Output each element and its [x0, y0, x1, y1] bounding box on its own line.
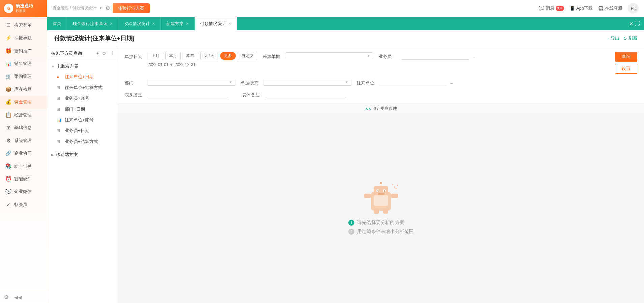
sidebar-item-hardware[interactable]: ⏰ 智能硬件 [0, 173, 47, 185]
app-download-group[interactable]: 📱 App下载 [569, 5, 593, 11]
export-button[interactable]: ↑ 导出 [607, 35, 620, 41]
panel-collapse-icon[interactable]: 《 [109, 50, 114, 56]
sidebar-item-operation[interactable]: 📋 经营管理 [0, 109, 47, 121]
refresh-icon: ↻ [623, 36, 627, 41]
scheme-item-icon: ⊞ [57, 139, 62, 144]
staff-ellipsis-icon[interactable]: ... [472, 53, 475, 58]
unit-ellipsis-icon[interactable]: ... [450, 80, 453, 85]
sidebar-item-label: 系统管理 [14, 138, 32, 144]
panel-add-icon[interactable]: + [96, 51, 99, 56]
sidebar-item-label: 快捷导航 [14, 35, 32, 41]
chevron-down-icon: ▼ [99, 6, 103, 10]
sidebar-item-capital[interactable]: 💰 资金管理 [0, 96, 47, 109]
dept-select[interactable]: ▼ [148, 79, 235, 86]
filter-settings-button[interactable]: 设置 [615, 64, 637, 74]
scheme-item-unit-date[interactable]: ● 往来单位+日期 [47, 71, 118, 82]
filter-action-buttons: 查询 设置 [610, 52, 637, 74]
svg-rect-13 [374, 195, 388, 206]
topbar: 资金管理 / 付款情况统计 ▼ ⚙ 体验行业方案 💬 消息 99+ 📱 App下… [47, 0, 644, 17]
date-btn-this-month[interactable]: 本月 [165, 52, 181, 60]
topbar-gear-icon[interactable]: ⚙ [105, 5, 110, 11]
date-btn-last-month[interactable]: 上月 [148, 52, 163, 60]
tab-payment[interactable]: 付款情况统计 ✕ [195, 17, 237, 30]
svg-point-15 [397, 185, 398, 186]
tab-bank[interactable]: 现金银行流水查询 ✕ [67, 17, 118, 30]
sidebar-item-guide[interactable]: 📚 新手引导 [0, 160, 47, 173]
main-area: 资金管理 / 付款情况统计 ▼ ⚙ 体验行业方案 💬 消息 99+ 📱 App下… [47, 0, 644, 303]
panel-settings-icon[interactable]: ⚙ [102, 51, 106, 56]
date-btn-this-year[interactable]: 本年 [183, 52, 198, 60]
step-num-1: 1 [348, 220, 354, 226]
page-header: 付款情况统计(往来单位+日期) ↑ 导出 ↻ 刷新 [47, 30, 644, 47]
voucher-status-select[interactable]: ▼ [264, 79, 351, 86]
sidebar-item-system[interactable]: ⚙ 系统管理 [0, 134, 47, 147]
tab-receive-close[interactable]: ✕ [152, 22, 155, 26]
body-layout: 按以下方案查询 + ⚙ 《 ▼ 电脑端方案 ● 往来单位+日期 [47, 47, 644, 303]
sidebar-item-member[interactable]: ✓ 畅会员 [0, 198, 47, 211]
try-button[interactable]: 体验行业方案 [113, 3, 150, 13]
sidebar-item-label: 搜索菜单 [14, 22, 32, 28]
tab-receive[interactable]: 收款情况统计 ✕ [118, 17, 161, 30]
source-label: 来源单据 [263, 52, 283, 60]
wechat-icon: 💬 [5, 189, 11, 195]
sidebar-item-sales[interactable]: 📊 销售管理 [0, 57, 47, 70]
sidebar-item-quick-nav[interactable]: ⚡ 快捷导航 [0, 32, 47, 44]
footer-collapse-icon[interactable]: ◀◀ [14, 295, 22, 300]
tab-new-plan[interactable]: 新建方案 ✕ [161, 17, 195, 30]
staff-input[interactable] [402, 52, 469, 60]
sidebar-item-search-menu[interactable]: ☰ 搜索菜单 [0, 19, 47, 32]
sidebar-item-inventory[interactable]: 📦 库存核算 [0, 83, 47, 96]
collapse-conditions-button[interactable]: ∧∧ 收起更多条件 [118, 103, 644, 113]
date-btn-more[interactable]: 更多 [220, 52, 236, 60]
tab-maximize-icon[interactable]: ⛶ [635, 21, 640, 27]
date-btn-custom[interactable]: 自定义 [238, 52, 257, 60]
online-service-group[interactable]: 🎧 在线客服 [598, 5, 622, 11]
message-badge: 99+ [556, 6, 564, 11]
data-area: 1 请先选择要分析的方案 2 用过滤条件来缩小分析范围 [118, 113, 644, 303]
unit-input[interactable] [380, 78, 447, 86]
sidebar-item-marketing[interactable]: 🎁 营销推广 [0, 44, 47, 57]
svg-rect-11 [374, 209, 379, 214]
sidebar-item-purchase[interactable]: 🛒 采购管理 [0, 70, 47, 83]
tab-home-label: 首页 [53, 21, 61, 27]
svg-point-16 [396, 188, 397, 189]
scheme-item-chart-icon: 📊 [57, 118, 62, 122]
scheme-item-dept-date[interactable]: ⊞ 部门+日期 [47, 104, 118, 115]
scheme-item-unit-settle[interactable]: ⊞ 往来单位+结算方式 [47, 82, 118, 93]
svg-point-5 [384, 190, 385, 192]
voucher-status-label: 单据状态 [241, 78, 261, 86]
footer-settings-icon[interactable]: ⚙ [4, 294, 9, 300]
scheme-item-unit-account[interactable]: 📊 往来单位+账号 [47, 115, 118, 125]
header-note-input[interactable] [148, 90, 229, 98]
page-title: 付款情况统计(往来单位+日期) [54, 34, 135, 42]
user-avatar[interactable]: Rit [628, 3, 639, 14]
sidebar-item-basic[interactable]: ⊞ 基础信息 [0, 121, 47, 134]
tab-payment-label: 付款情况统计 [200, 21, 226, 27]
date-label: 单据日期 [125, 52, 145, 60]
scheme-item-staff-account[interactable]: ⊞ 业务员+账号 [47, 93, 118, 104]
sidebar-item-wechat[interactable]: 💬 企业微信 [0, 185, 47, 198]
source-select[interactable]: ▼ [286, 52, 373, 59]
app-download-label: App下载 [576, 5, 593, 11]
message-group[interactable]: 💬 消息 99+ [539, 5, 564, 11]
sidebar-item-enterprise[interactable]: 🔗 企业协同 [0, 147, 47, 160]
body-note-input[interactable] [265, 90, 346, 98]
sidebar-item-label: 经营管理 [14, 112, 32, 118]
basic-icon: ⊞ [5, 125, 11, 131]
sidebar-item-label: 基础信息 [14, 125, 32, 131]
scheme-item-staff-settle[interactable]: ⊞ 业务员+结算方式 [47, 136, 118, 147]
mobile-section-header[interactable]: ▶ 移动端方案 [47, 150, 118, 160]
tab-new-plan-label: 新建方案 [166, 21, 184, 27]
date-btn-last-7days[interactable]: 近7天 [200, 52, 218, 60]
desktop-section-header[interactable]: ▼ 电脑端方案 [47, 61, 118, 71]
tip1-text: 请先选择要分析的方案 [357, 220, 404, 226]
tab-new-plan-close[interactable]: ✕ [186, 22, 189, 26]
tab-bank-close[interactable]: ✕ [110, 22, 113, 26]
sidebar-nav: ☰ 搜索菜单 ⚡ 快捷导航 🎁 营销推广 📊 销售管理 🛒 采购管理 📦 库存核… [0, 17, 47, 291]
tab-payment-close[interactable]: ✕ [228, 22, 231, 26]
tab-home[interactable]: 首页 [47, 17, 67, 30]
query-button[interactable]: 查询 [615, 52, 637, 62]
tab-close-all-icon[interactable]: ✕ [629, 21, 633, 27]
scheme-item-staff-date[interactable]: ⊞ 业务员+日期 [47, 125, 118, 136]
refresh-button[interactable]: ↻ 刷新 [623, 35, 637, 41]
